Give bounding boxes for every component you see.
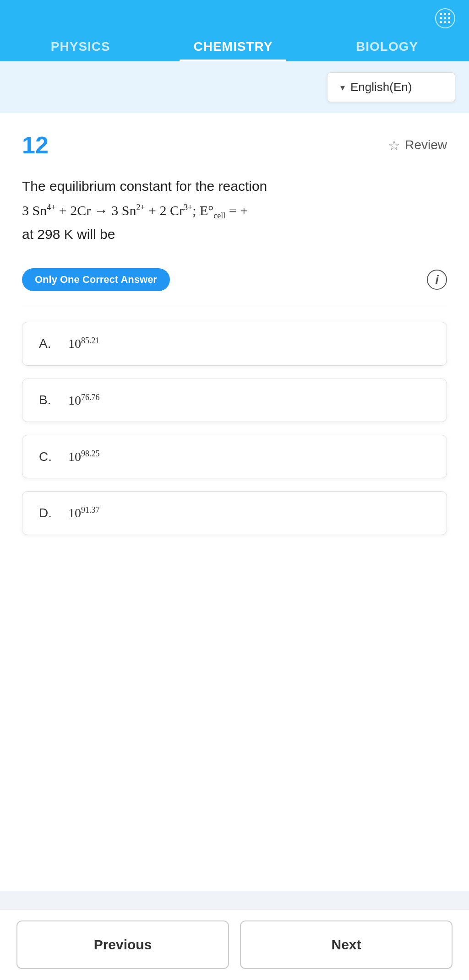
option-b-value: 1076.76 bbox=[68, 393, 100, 408]
option-a-letter: A. bbox=[39, 336, 55, 351]
grid-icon[interactable] bbox=[435, 8, 455, 28]
dot bbox=[444, 17, 446, 19]
footer-spacer bbox=[22, 535, 447, 599]
main-content: 12 ☆ Review The equilibrium constant for… bbox=[0, 113, 469, 891]
answer-type-row: Only One Correct Answer i bbox=[22, 268, 447, 291]
tab-bar: PHYSICS CHEMISTRY BIOLOGY bbox=[0, 33, 469, 61]
question-end: at 298 K will be bbox=[22, 223, 447, 245]
footer: Previous Next bbox=[0, 909, 469, 980]
option-d-value: 1091.37 bbox=[68, 505, 100, 520]
language-label: English(En) bbox=[350, 80, 412, 94]
chevron-down-icon: ▾ bbox=[340, 82, 345, 93]
dot bbox=[448, 17, 450, 19]
tab-physics[interactable]: PHYSICS bbox=[37, 33, 124, 61]
tab-chemistry[interactable]: CHEMISTRY bbox=[180, 33, 286, 61]
question-equation: 3 Sn4+ + 2Cr → 3 Sn2+ + 2 Cr3+; E°cell =… bbox=[22, 197, 447, 223]
previous-button[interactable]: Previous bbox=[16, 920, 229, 969]
option-d[interactable]: D. 1091.37 bbox=[22, 491, 447, 535]
tab-biology[interactable]: BIOLOGY bbox=[342, 33, 432, 61]
question-intro: The equilibrium constant for the reactio… bbox=[22, 175, 447, 197]
star-icon: ☆ bbox=[388, 137, 400, 153]
question-number: 12 bbox=[22, 131, 49, 159]
answer-type-badge: Only One Correct Answer bbox=[22, 268, 170, 291]
dot bbox=[444, 13, 446, 15]
dot bbox=[444, 21, 446, 23]
header-top bbox=[0, 0, 469, 33]
header: PHYSICS CHEMISTRY BIOLOGY bbox=[0, 0, 469, 61]
option-c[interactable]: C. 1098.25 bbox=[22, 435, 447, 478]
dot bbox=[440, 13, 442, 15]
dot bbox=[440, 17, 442, 19]
review-button[interactable]: ☆ Review bbox=[388, 137, 447, 153]
divider bbox=[22, 305, 447, 305]
option-b[interactable]: B. 1076.76 bbox=[22, 379, 447, 422]
option-b-letter: B. bbox=[39, 393, 55, 407]
language-dropdown[interactable]: ▾ English(En) bbox=[327, 72, 455, 102]
dot bbox=[440, 21, 442, 23]
dot bbox=[448, 13, 450, 15]
info-icon[interactable]: i bbox=[427, 270, 447, 290]
next-button[interactable]: Next bbox=[240, 920, 453, 969]
question-text: The equilibrium constant for the reactio… bbox=[22, 175, 447, 245]
question-header: 12 ☆ Review bbox=[22, 131, 447, 159]
grid-dots bbox=[440, 13, 451, 24]
dot bbox=[448, 21, 450, 23]
review-label: Review bbox=[405, 138, 447, 152]
language-section: ▾ English(En) bbox=[0, 61, 469, 113]
option-c-letter: C. bbox=[39, 449, 55, 464]
option-c-value: 1098.25 bbox=[68, 449, 100, 464]
option-a[interactable]: A. 1085.21 bbox=[22, 322, 447, 365]
options-list: A. 1085.21 B. 1076.76 C. 1098.25 D. 1091… bbox=[22, 322, 447, 535]
option-a-value: 1085.21 bbox=[68, 336, 100, 351]
option-d-letter: D. bbox=[39, 506, 55, 520]
